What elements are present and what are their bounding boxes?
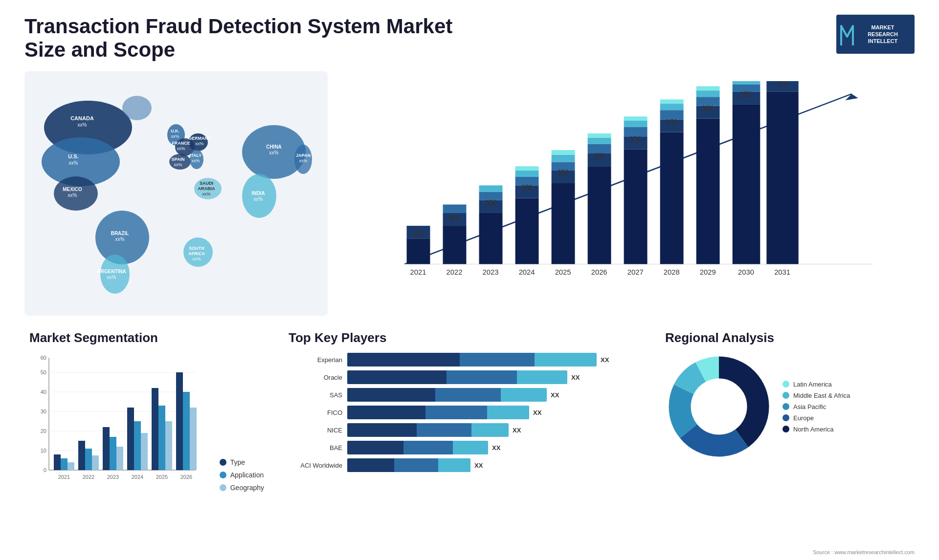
svg-text:2021: 2021	[410, 268, 426, 276]
svg-rect-70	[552, 183, 575, 264]
player-row-nice: NICE XX	[289, 423, 641, 437]
svg-text:2023: 2023	[483, 268, 499, 276]
svg-text:xx%: xx%	[195, 141, 203, 146]
legend-mea-dot	[782, 392, 789, 399]
svg-rect-76	[588, 166, 611, 264]
svg-text:60: 60	[41, 355, 46, 361]
svg-rect-144	[116, 447, 123, 470]
svg-text:xx%: xx%	[171, 134, 179, 139]
svg-rect-74	[552, 150, 575, 155]
players-title: Top Key Players	[289, 330, 641, 345]
header: Transaction Fraud Detection System Marke…	[24, 15, 915, 62]
legend-na-label: North America	[793, 426, 833, 433]
legend-latin-label: Latin America	[793, 381, 832, 388]
svg-rect-82	[624, 149, 648, 264]
svg-text:U.K.: U.K.	[171, 129, 179, 133]
logo-text: MARKET RESEARCH INTELLECT	[853, 24, 898, 45]
svg-text:2025: 2025	[555, 268, 571, 276]
svg-text:2030: 2030	[738, 268, 754, 276]
legend-app-dot	[220, 472, 226, 478]
svg-text:xx%: xx%	[69, 160, 78, 166]
bar-chart-section: XX XX XX XX	[337, 71, 915, 316]
player-name: Experian	[289, 356, 342, 364]
legend-na: North America	[782, 426, 850, 433]
svg-text:xx%: xx%	[192, 257, 201, 261]
players-list: Experian XX Oracle	[289, 353, 641, 472]
player-name: ACI Worldwide	[289, 462, 342, 469]
svg-text:CHINA: CHINA	[266, 144, 282, 150]
svg-text:40: 40	[41, 389, 46, 395]
svg-text:xx%: xx%	[177, 146, 185, 151]
svg-rect-64	[515, 198, 539, 264]
svg-rect-138	[67, 462, 74, 470]
svg-text:2023: 2023	[107, 474, 119, 480]
svg-text:2022: 2022	[83, 474, 94, 480]
svg-rect-145	[127, 408, 134, 470]
player-bar-container: XX	[347, 423, 641, 437]
svg-rect-149	[158, 406, 165, 470]
svg-point-15	[242, 174, 276, 218]
legend-type-label: Type	[230, 458, 245, 466]
svg-rect-141	[92, 455, 99, 470]
svg-rect-94	[696, 119, 720, 264]
logo-area: MARKET RESEARCH INTELLECT	[836, 15, 915, 54]
player-value: XX	[551, 391, 559, 399]
player-value: XX	[571, 374, 580, 381]
svg-text:2022: 2022	[447, 268, 463, 276]
bar-chart-svg: XX XX XX XX	[352, 81, 900, 285]
svg-rect-52	[407, 238, 430, 264]
svg-text:2028: 2028	[664, 268, 680, 276]
player-bar-container: XX	[347, 370, 641, 384]
legend-mea: Middle East & Africa	[782, 392, 850, 399]
svg-text:2026: 2026	[180, 474, 192, 480]
svg-text:2021: 2021	[58, 474, 70, 480]
svg-text:xx%: xx%	[299, 158, 307, 163]
svg-text:xx%: xx%	[174, 162, 182, 167]
svg-text:xx%: xx%	[115, 237, 125, 242]
svg-rect-150	[165, 421, 172, 470]
svg-text:10: 10	[41, 448, 46, 453]
svg-rect-148	[152, 388, 158, 470]
svg-rect-151	[176, 372, 183, 470]
svg-text:XX: XX	[413, 230, 424, 238]
player-name: BAE	[289, 444, 342, 452]
svg-text:ITALY: ITALY	[190, 153, 202, 158]
svg-rect-146	[134, 421, 141, 470]
legend-europe: Europe	[782, 414, 850, 422]
svg-text:XX: XX	[594, 152, 604, 160]
svg-rect-57	[443, 205, 467, 213]
player-bar-container: XX	[347, 441, 641, 454]
svg-text:JAPAN: JAPAN	[296, 153, 311, 158]
svg-text:U.S.: U.S.	[68, 153, 78, 159]
svg-rect-98	[696, 86, 720, 90]
seg-chart-area: 0 10 20 30 40 50 60	[29, 353, 264, 492]
svg-text:0: 0	[44, 467, 46, 473]
svg-text:FRANCE: FRANCE	[172, 141, 190, 146]
svg-text:xx%: xx%	[202, 192, 210, 196]
svg-rect-62	[479, 185, 503, 192]
legend-latin: Latin America	[782, 381, 850, 388]
player-name: Oracle	[289, 374, 342, 381]
svg-text:ARGENTINA: ARGENTINA	[97, 269, 126, 274]
player-value: XX	[513, 427, 521, 434]
svg-rect-143	[110, 437, 116, 470]
segmentation-section: Market Segmentation	[24, 325, 269, 560]
svg-text:50: 50	[41, 369, 46, 375]
svg-text:BRAZIL: BRAZIL	[111, 231, 129, 236]
svg-text:XX: XX	[741, 90, 751, 99]
player-bar-container: XX	[347, 406, 641, 419]
svg-rect-137	[61, 458, 67, 470]
svg-text:30: 30	[41, 409, 46, 414]
donut-chart	[665, 353, 773, 460]
player-value: XX	[601, 356, 609, 364]
page-container: Transaction Fraud Detection System Marke…	[0, 0, 939, 560]
svg-text:MEXICO: MEXICO	[63, 187, 82, 192]
legend-na-dot	[782, 426, 789, 432]
svg-text:2024: 2024	[132, 474, 143, 480]
svg-point-9	[169, 154, 191, 170]
svg-text:xx%: xx%	[78, 122, 87, 128]
svg-rect-142	[103, 427, 110, 470]
svg-rect-136	[54, 454, 61, 470]
svg-point-4	[122, 96, 152, 120]
svg-rect-91	[660, 104, 684, 110]
